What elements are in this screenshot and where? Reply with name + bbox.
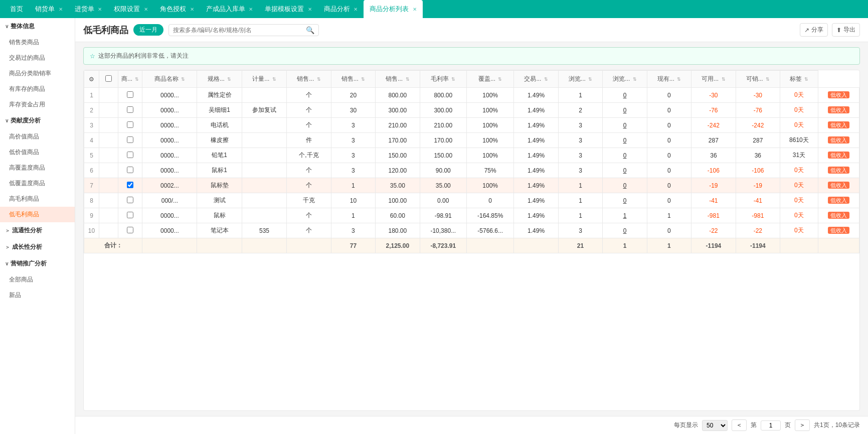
row-sales-qty-1: 30: [331, 103, 375, 118]
row-check-4[interactable]: [127, 152, 133, 158]
sidebar-item-low-margin[interactable]: 低毛利商品: [0, 207, 75, 222]
select-all-checkbox[interactable]: [105, 75, 112, 82]
row-name-5[interactable]: 鼠标1: [197, 163, 242, 178]
nav-role-auth[interactable]: 角色授权 ✕: [154, 0, 200, 18]
row-name-8[interactable]: 鼠标: [197, 208, 242, 223]
row-name-6[interactable]: 鼠标垫: [197, 178, 242, 193]
sidebar-item-traded-products[interactable]: 交易过的商品: [0, 50, 75, 66]
col-coverage[interactable]: 覆盖... ⇅: [466, 71, 513, 88]
page-input[interactable]: [761, 420, 781, 430]
time-filter-button[interactable]: 近一月: [133, 24, 163, 36]
sort-available-stock: ⇅: [722, 77, 726, 82]
col-sales-amount[interactable]: 销售... ⇅: [376, 71, 420, 88]
sidebar-section-growth[interactable]: ＞ 成长性分析: [0, 239, 75, 255]
nav-close-role[interactable]: ✕: [190, 7, 194, 12]
row-check-6[interactable]: [127, 182, 133, 188]
search-input[interactable]: [173, 27, 306, 34]
row-name-2[interactable]: 电话机: [197, 118, 242, 133]
footer-empty-gross: [466, 238, 513, 253]
sidebar-item-sales-products[interactable]: 销售类商品: [0, 35, 75, 50]
nav-close-sales[interactable]: ✕: [59, 7, 63, 12]
nav-close-product-analysis-list[interactable]: ✕: [413, 7, 417, 12]
prev-page-button[interactable]: ＜: [732, 419, 747, 431]
nav-product-analysis[interactable]: 商品分析 ✕: [318, 0, 364, 18]
row-spec-7: [242, 193, 286, 208]
row-name-3[interactable]: 橡皮擦: [197, 133, 242, 148]
col-current-stock[interactable]: 现有... ⇅: [647, 71, 691, 88]
sidebar-section-marketing[interactable]: ∨ 营销推广分析: [0, 255, 75, 272]
row-check-7[interactable]: [127, 197, 133, 203]
col-name[interactable]: 商品名称 ⇅: [142, 71, 197, 88]
nav-product-analysis-list[interactable]: 商品分析列表 ✕: [364, 0, 423, 18]
view1-link-3[interactable]: 0: [623, 137, 627, 144]
view1-link-2[interactable]: 0: [623, 122, 627, 129]
col-tag[interactable]: 标签 ⇅: [780, 71, 818, 88]
row-check-9[interactable]: [127, 227, 133, 233]
view1-link-6[interactable]: 0: [623, 182, 627, 189]
col-code[interactable]: 商... ⇅: [118, 71, 142, 88]
per-page-select[interactable]: 50 100 200: [702, 420, 728, 431]
nav-close-product-analysis[interactable]: ✕: [354, 7, 358, 12]
row-check-8[interactable]: [127, 212, 133, 218]
view1-link-5[interactable]: 0: [623, 167, 627, 174]
col-view2[interactable]: 浏览... ⇅: [603, 71, 647, 88]
row-saleable-7: 0天: [780, 193, 818, 208]
sidebar-item-with-stock[interactable]: 有库存的商品: [0, 81, 75, 97]
col-settings[interactable]: ⚙: [84, 71, 99, 88]
sidebar-section-contribution[interactable]: ∨ 类献度分析: [0, 112, 75, 129]
col-sales-qty[interactable]: 销售... ⇅: [287, 71, 331, 88]
sidebar-item-low-value[interactable]: 低价值商品: [0, 144, 75, 160]
nav-close-product-stock[interactable]: ✕: [249, 7, 253, 12]
sidebar-item-new-products[interactable]: 新品: [0, 287, 75, 303]
row-check-1[interactable]: [127, 106, 133, 113]
col-sales-price[interactable]: 销售... ⇅: [331, 71, 375, 88]
next-page-button[interactable]: ＞: [795, 419, 810, 431]
nav-purchase-order[interactable]: 进货单 ✕: [69, 0, 108, 18]
nav-permission[interactable]: 权限设置 ✕: [108, 0, 154, 18]
col-saleable[interactable]: 可销... ⇅: [736, 71, 780, 88]
view1-link-1[interactable]: 0: [623, 107, 627, 114]
row-check-2[interactable]: [127, 121, 133, 128]
row-checkbox-7: [118, 193, 142, 208]
col-spec[interactable]: 规格... ⇅: [197, 71, 242, 88]
nav-product-stock[interactable]: 产成品入库单 ✕: [200, 0, 259, 18]
nav-close-permission[interactable]: ✕: [144, 7, 148, 12]
view1-link-8[interactable]: 1: [623, 212, 627, 219]
row-name-7[interactable]: 测试: [197, 193, 242, 208]
sidebar-item-low-coverage[interactable]: 低覆盖度商品: [0, 176, 75, 191]
export-button[interactable]: ⬆ 导出: [832, 23, 860, 37]
col-gross-rate[interactable]: 毛利率 ⇅: [420, 71, 466, 88]
view1-link-7[interactable]: 0: [623, 197, 627, 204]
col-unit[interactable]: 计量... ⇅: [242, 71, 286, 88]
sidebar-section-liquidity[interactable]: ＞ 流通性分析: [0, 222, 75, 239]
row-check-5[interactable]: [127, 167, 133, 173]
sidebar-item-high-value[interactable]: 高价值商品: [0, 129, 75, 144]
sidebar-item-stock-fund[interactable]: 库存资金占用: [0, 97, 75, 112]
sidebar-item-high-coverage[interactable]: 高覆盖度商品: [0, 160, 75, 176]
sidebar-item-high-margin[interactable]: 高毛利商品: [0, 191, 75, 207]
col-view1[interactable]: 浏览... ⇅: [558, 71, 602, 88]
nav-template-setting[interactable]: 单据模板设置 ✕: [259, 0, 318, 18]
view1-link-4[interactable]: 0: [623, 152, 627, 159]
nav-home[interactable]: 首页: [4, 0, 29, 18]
row-name-9[interactable]: 笔记本: [197, 223, 242, 238]
nav-sales-order[interactable]: 销货单 ✕: [29, 0, 69, 18]
sidebar-item-category-assist-rate[interactable]: 商品分类助销率: [0, 66, 75, 81]
row-check-0[interactable]: [127, 91, 133, 98]
row-name-0[interactable]: 属性定价: [197, 88, 242, 103]
col-trade[interactable]: 交易... ⇅: [514, 71, 558, 88]
nav-close-purchase[interactable]: ✕: [98, 7, 102, 12]
share-button[interactable]: ↗ 分享: [800, 23, 828, 37]
row-check-3[interactable]: [127, 136, 133, 143]
sidebar-section-overall[interactable]: ∨ 整体信息: [0, 18, 75, 35]
row-available-stock-4: 36: [736, 148, 780, 163]
row-name-4[interactable]: 铅笔1: [197, 148, 242, 163]
row-unit-9: 个: [287, 223, 331, 238]
view1-link-9[interactable]: 0: [623, 227, 627, 234]
sidebar-item-all-products[interactable]: 全部商品: [0, 272, 75, 287]
view1-link-0[interactable]: 0: [623, 92, 627, 99]
row-name-1[interactable]: 吴细细1: [197, 103, 242, 118]
nav-close-template[interactable]: ✕: [308, 7, 312, 12]
row-view1-2: 0: [603, 118, 647, 133]
col-available-stock[interactable]: 可用... ⇅: [691, 71, 736, 88]
